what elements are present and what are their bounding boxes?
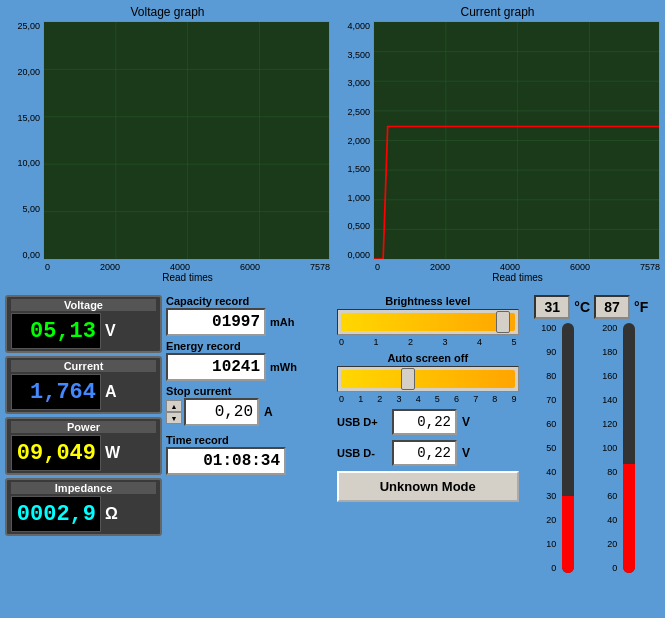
voltage-x-label: Read times: [5, 272, 330, 283]
usb-dminus-unit: V: [462, 446, 470, 460]
celsius-unit: °C: [574, 299, 590, 315]
voltage-y-axis: 25,00 20,00 15,00 10,00 5,00 0,00: [5, 21, 43, 260]
usb-dminus-row: USB D- 0,22 V: [337, 440, 519, 466]
auto-screen-thumb[interactable]: [401, 368, 415, 390]
voltage-value: 05,13: [11, 313, 101, 349]
voltage-graph: Voltage graph 25,00 20,00 15,00 10,00 5,…: [5, 5, 330, 290]
graphs-area: Voltage graph 25,00 20,00 15,00 10,00 5,…: [0, 0, 665, 290]
mode-button[interactable]: Unknown Mode: [337, 471, 519, 502]
brightness-thumb[interactable]: [496, 311, 510, 333]
celsius-fill: [562, 496, 574, 574]
voltage-block: Voltage 05,13 V: [5, 295, 162, 353]
stop-current-input[interactable]: [184, 398, 259, 426]
impedance-block: Impedance 0002,9 Ω: [5, 478, 162, 536]
voltage-unit: V: [105, 322, 116, 340]
voltage-x-ticks: 0 2000 4000 6000 7578: [5, 262, 330, 272]
brightness-bar[interactable]: [341, 313, 515, 331]
power-value: 09,049: [11, 435, 101, 471]
time-label: Time record: [166, 434, 333, 446]
celsius-tube: [558, 323, 578, 573]
impedance-row: 0002,9 Ω: [11, 496, 156, 532]
impedance-unit: Ω: [105, 505, 118, 523]
fahrenheit-fill: [623, 464, 635, 573]
auto-screen-bar[interactable]: [341, 370, 515, 388]
usb-dplus-label: USB D+: [337, 416, 387, 428]
energy-block: Energy record mWh: [166, 340, 333, 381]
capacity-label: Capacity record: [166, 295, 333, 307]
energy-unit: mWh: [270, 361, 297, 373]
capacity-row: mAh: [166, 308, 333, 336]
voltage-graph-title: Voltage graph: [5, 5, 330, 21]
auto-screen-block: Auto screen off 0 1 2 3 4 5 6 7 8 9: [337, 352, 519, 404]
impedance-value: 0002,9: [11, 496, 101, 532]
capacity-block: Capacity record mAh: [166, 295, 333, 336]
current-graph: Current graph 4,000 3,500 3,000 2,500 2,…: [335, 5, 660, 290]
stop-current-spinners: ▲ ▼: [166, 400, 182, 424]
power-label: Power: [11, 421, 156, 433]
power-row: 09,049 W: [11, 435, 156, 471]
thermometers-row: 100 90 80 70 60 50 40 30 20 10 0: [523, 323, 660, 613]
power-unit: W: [105, 444, 120, 462]
brightness-slider-container[interactable]: [337, 309, 519, 335]
current-y-axis: 4,000 3,500 3,000 2,500 2,000 1,500 1,00…: [335, 21, 373, 260]
fahrenheit-tube: [619, 323, 639, 573]
capacity-input[interactable]: [166, 308, 266, 336]
capacity-unit: mAh: [270, 316, 294, 328]
celsius-display: 31: [534, 295, 570, 319]
controls-area: Voltage 05,13 V Current 1,764 A Power 09…: [0, 290, 665, 618]
thermo-header: 31 °C 87 °F: [523, 295, 660, 319]
fahrenheit-scale: 200 180 160 140 120 100 80 60 40 20 0: [594, 323, 649, 573]
current-value: 1,764: [11, 374, 101, 410]
celsius-scale: 100 90 80 70 60 50 40 30 20 10 0: [533, 323, 588, 573]
brightness-block: Brightness level 0 1 2 3 4 5: [337, 295, 519, 347]
power-block: Power 09,049 W: [5, 417, 162, 475]
auto-screen-ticks: 0 1 2 3 4 5 6 7 8 9: [337, 394, 519, 404]
usb-dminus-label: USB D-: [337, 447, 387, 459]
stop-current-block: Stop current ▲ ▼ A: [166, 385, 333, 426]
usb-dminus-value: 0,22: [392, 440, 457, 466]
right-panel: Brightness level 0 1 2 3 4 5 Auto screen…: [337, 295, 519, 613]
usb-dplus-row: USB D+ 0,22 V: [337, 409, 519, 435]
voltage-graph-canvas: [43, 21, 330, 260]
energy-label: Energy record: [166, 340, 333, 352]
brightness-ticks: 0 1 2 3 4 5: [337, 337, 519, 347]
fahrenheit-display: 87: [594, 295, 630, 319]
stop-current-label: Stop current: [166, 385, 333, 397]
stop-current-down[interactable]: ▼: [166, 412, 182, 424]
thermometer-panel: 31 °C 87 °F 100 90 80 70 60 50 40 30: [523, 295, 660, 613]
current-graph-canvas: [373, 21, 660, 260]
current-unit: A: [105, 383, 117, 401]
measurements-panel: Voltage 05,13 V Current 1,764 A Power 09…: [5, 295, 162, 613]
time-input[interactable]: [166, 447, 286, 475]
fahrenheit-unit: °F: [634, 299, 648, 315]
fahrenheit-labels: 200 180 160 140 120 100 80 60 40 20 0: [594, 323, 619, 573]
records-panel: Capacity record mAh Energy record mWh St…: [166, 295, 333, 613]
time-block: Time record: [166, 434, 333, 475]
current-label: Current: [11, 360, 156, 372]
energy-input[interactable]: [166, 353, 266, 381]
auto-screen-label: Auto screen off: [337, 352, 519, 364]
celsius-thermometer: 100 90 80 70 60 50 40 30 20 10 0: [533, 323, 588, 613]
stop-current-unit: A: [264, 405, 273, 419]
current-graph-title: Current graph: [335, 5, 660, 21]
time-row: [166, 447, 333, 475]
celsius-labels: 100 90 80 70 60 50 40 30 20 10 0: [533, 323, 558, 573]
energy-row: mWh: [166, 353, 333, 381]
stop-current-row: ▲ ▼ A: [166, 398, 333, 426]
usb-dplus-value: 0,22: [392, 409, 457, 435]
stop-current-up[interactable]: ▲: [166, 400, 182, 412]
auto-screen-slider-container[interactable]: [337, 366, 519, 392]
impedance-label: Impedance: [11, 482, 156, 494]
voltage-label: Voltage: [11, 299, 156, 311]
current-x-label: Read times: [335, 272, 660, 283]
brightness-label: Brightness level: [337, 295, 519, 307]
voltage-row: 05,13 V: [11, 313, 156, 349]
usb-dplus-unit: V: [462, 415, 470, 429]
current-row: 1,764 A: [11, 374, 156, 410]
current-block: Current 1,764 A: [5, 356, 162, 414]
fahrenheit-thermometer: 200 180 160 140 120 100 80 60 40 20 0: [594, 323, 649, 613]
current-x-ticks: 0 2000 4000 6000 7578: [335, 262, 660, 272]
